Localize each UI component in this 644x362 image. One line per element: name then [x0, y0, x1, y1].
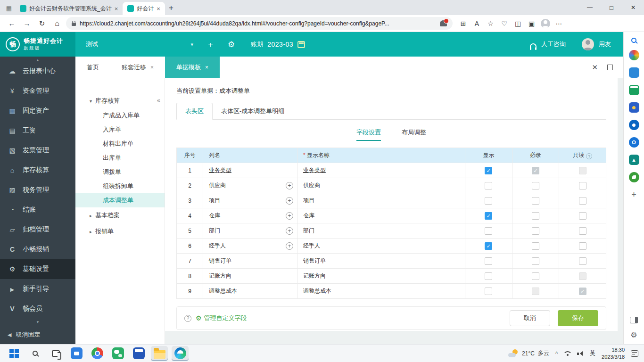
required-checkbox[interactable]: [532, 272, 539, 280]
column-name-link[interactable]: 调整总成本: [209, 288, 237, 294]
readonly-checkbox[interactable]: [579, 212, 586, 220]
add-field-icon[interactable]: +: [286, 197, 293, 205]
display-name-link[interactable]: 仓库: [303, 212, 314, 219]
help-icon[interactable]: ?: [184, 315, 191, 322]
wifi-icon[interactable]: [564, 351, 571, 356]
collapse-panel-icon[interactable]: «: [157, 97, 160, 104]
tab-header-zone[interactable]: 表头区: [176, 103, 213, 120]
column-name-link[interactable]: 部门: [209, 227, 220, 234]
outlook-icon[interactable]: O: [629, 137, 639, 148]
readonly-checkbox[interactable]: [579, 182, 586, 189]
close-tab-icon[interactable]: ×: [157, 5, 160, 12]
tree-item[interactable]: 材料出库单: [75, 137, 165, 151]
drop-icon[interactable]: [629, 67, 639, 78]
column-name-link[interactable]: 项目: [209, 197, 220, 204]
close-panel-icon[interactable]: ✕: [592, 63, 598, 72]
support-link[interactable]: 人工咨询: [541, 40, 566, 49]
help-icon[interactable]: ?: [586, 153, 592, 159]
required-checkbox[interactable]: [532, 212, 539, 220]
close-window-button[interactable]: [622, 0, 644, 15]
show-checkbox[interactable]: [485, 227, 492, 235]
input-language-indicator[interactable]: 英: [590, 349, 595, 357]
required-checkbox[interactable]: [532, 242, 539, 250]
sidebar-scroll-down-icon[interactable]: ▾: [0, 319, 75, 325]
sidebar-scroll-up-icon[interactable]: ▴: [0, 57, 75, 63]
tab-home[interactable]: 首页: [75, 57, 110, 78]
sidebar-panel-icon[interactable]: [630, 317, 638, 323]
discover-icon[interactable]: [629, 50, 639, 60]
tree-item[interactable]: 调拨单: [75, 165, 165, 179]
designer-icon[interactable]: [629, 172, 639, 182]
show-checkbox[interactable]: [485, 167, 492, 174]
tree-item-selected[interactable]: 成本调整单: [75, 193, 165, 207]
show-checkbox[interactable]: [485, 212, 492, 220]
tree-node-basic-archives[interactable]: ▸ 基本档案: [75, 207, 165, 223]
browser-tab-2[interactable]: 好会计 ×: [123, 2, 165, 15]
split-screen-icon[interactable]: ◫: [511, 17, 525, 30]
fullscreen-icon[interactable]: [607, 65, 613, 70]
forward-icon[interactable]: [21, 17, 33, 30]
games-icon[interactable]: [629, 102, 639, 113]
required-checkbox[interactable]: [532, 182, 539, 189]
notification-center-icon[interactable]: [631, 350, 638, 357]
period-value[interactable]: 2023-03: [267, 41, 293, 48]
required-checkbox[interactable]: [532, 257, 539, 265]
tools-icon[interactable]: ▲: [629, 155, 639, 165]
account-set-dropdown[interactable]: 测试 ▾: [86, 40, 193, 49]
sidebar-item-funds[interactable]: 资金管理: [0, 81, 75, 101]
column-name-link[interactable]: 销售订单: [209, 257, 231, 264]
calendar-app-icon[interactable]: [629, 85, 639, 95]
show-checkbox[interactable]: [485, 288, 492, 295]
manage-custom-fields-link[interactable]: 管理自定义字段: [204, 314, 247, 322]
display-name-link[interactable]: 业务类型: [303, 167, 326, 173]
save-button[interactable]: 保存: [558, 310, 598, 326]
tree-item[interactable]: 组装拆卸单: [75, 179, 165, 193]
sidebar-item-inventory[interactable]: 库存核算: [0, 160, 75, 180]
add-field-icon[interactable]: +: [286, 182, 293, 189]
readonly-checkbox[interactable]: [579, 227, 586, 235]
readonly-checkbox[interactable]: [579, 197, 586, 205]
sidebar-item-archive[interactable]: 归档管理: [0, 220, 75, 239]
tree-item[interactable]: 出库单: [75, 151, 165, 165]
settings-gear-icon[interactable]: ⚙: [228, 41, 235, 49]
tree-item[interactable]: 产成品入库单: [75, 108, 165, 123]
user-avatar[interactable]: [582, 38, 594, 50]
read-aloud-icon[interactable]: A: [470, 17, 484, 30]
add-app-icon[interactable]: +: [629, 189, 639, 200]
taskbar-app-edge[interactable]: [172, 346, 189, 361]
collections-icon[interactable]: ▣: [525, 17, 538, 30]
sidebar-item-invoices[interactable]: 发票管理: [0, 140, 75, 160]
tray-overflow-icon[interactable]: ^: [555, 351, 558, 356]
required-checkbox[interactable]: [532, 227, 539, 235]
display-name-link[interactable]: 记账方向: [303, 272, 326, 279]
search-icon[interactable]: [631, 38, 636, 43]
sidebar-item-payroll[interactable]: 工资: [0, 121, 75, 140]
tab-body-zone[interactable]: 表体区-成本调整单明细: [213, 103, 293, 119]
browser-essentials-icon[interactable]: ♡: [497, 17, 511, 30]
notifications-blocked-icon[interactable]: [440, 20, 447, 26]
tab-list-icon[interactable]: ▦: [3, 2, 15, 14]
taskbar-app-chrome[interactable]: [89, 346, 106, 361]
show-checkbox[interactable]: [485, 257, 492, 265]
back-icon[interactable]: [6, 17, 18, 30]
browser-tab-1[interactable]: 好会计云财务软件管理系统_会计 ×: [15, 2, 123, 15]
tree-item[interactable]: 入库单: [75, 123, 165, 137]
contacts-icon[interactable]: [629, 120, 639, 130]
sidebar-item-cloud-reports[interactable]: 云报表中心: [0, 63, 75, 81]
cancel-button[interactable]: 取消: [510, 310, 550, 326]
column-name-link[interactable]: 经手人: [209, 242, 226, 249]
sidebar-item-guide[interactable]: 新手引导: [0, 279, 75, 299]
close-tab-icon[interactable]: ×: [115, 5, 118, 12]
https-lock-icon[interactable]: [72, 23, 76, 26]
tab-voucher-template[interactable]: 单据模板 ×: [165, 57, 220, 78]
required-checkbox[interactable]: [532, 197, 539, 205]
home-icon[interactable]: [51, 17, 63, 30]
add-account-set-icon[interactable]: ＋: [206, 41, 215, 49]
readonly-checkbox[interactable]: [579, 257, 586, 265]
sidebar-item-member[interactable]: 畅会员: [0, 299, 75, 319]
maximize-button[interactable]: [601, 0, 622, 15]
sidebar-item-reimburse[interactable]: 小畅报销: [0, 239, 75, 259]
user-name[interactable]: 用友: [599, 40, 611, 49]
start-button[interactable]: [6, 346, 23, 361]
reload-icon[interactable]: [36, 17, 48, 30]
